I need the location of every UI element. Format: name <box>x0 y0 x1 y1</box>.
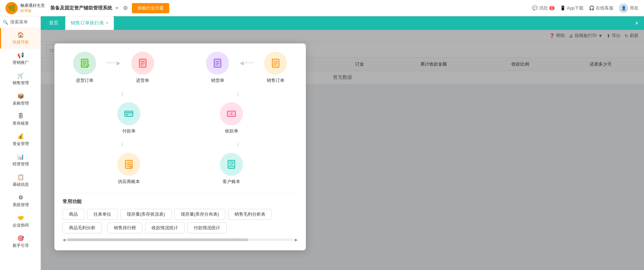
tab-sales-order[interactable]: 销售订单执行表 × <box>65 16 114 30</box>
page-content: ❓ 帮助 🖨 按模板打印 ▼ ⬆ 导出 ↻ 刷新 <box>41 30 644 270</box>
flow-item-purchase-bill[interactable]: 进货单 <box>121 52 165 84</box>
avatar: 👤 <box>619 3 628 13</box>
flow-row-2-arrows: ↓ ↓ <box>63 89 298 97</box>
message-icon: 💬 <box>532 5 538 11</box>
modal-box: 进货订单 ▶ <box>54 43 306 250</box>
flow-item-supplier-ledger[interactable]: 本 供应商账本 <box>107 153 151 185</box>
newbie-icon: 🎯 <box>17 235 24 241</box>
common-buttons: 商品往来单位现存量(库存状况表)现存量(库存分布表)销售毛利分析表商品毛利分析销… <box>63 209 298 233</box>
flow-row-3: 付款单 ¥ <box>63 102 298 134</box>
tab-bar-close-icon[interactable]: × <box>632 20 641 27</box>
svg-text:本: 本 <box>130 166 132 168</box>
purchase-icon: 📦 <box>17 93 24 99</box>
user-menu[interactable]: 👤 用友 <box>619 3 639 13</box>
flow-item-payment[interactable]: 付款单 <box>107 102 151 134</box>
sidebar-item-enterprise[interactable]: 🤝 企业协同 <box>0 211 40 232</box>
system-icon: ⚙ <box>18 194 23 201</box>
sidebar-item-system[interactable]: ⚙ 系统管理 <box>0 191 40 211</box>
sidebar-item-operations[interactable]: 📊 经营管理 <box>0 150 40 170</box>
message-badge: 6 <box>549 6 555 10</box>
common-section-title: 常用功能 <box>63 199 298 205</box>
sidebar-item-purchase[interactable]: 📦 采购管理 <box>0 89 40 110</box>
operations-icon: 📊 <box>17 154 24 160</box>
flow-item-sales-bill[interactable]: 销货单 <box>195 52 240 84</box>
system-title: 装备及固定资产辅助管理系统 ▼ <box>50 5 119 11</box>
online-service-button[interactable]: 🎧 在线客服 <box>589 5 613 11</box>
enterprise-icon: 🤝 <box>17 215 24 221</box>
common-func-button[interactable]: 销售排行榜 <box>107 222 142 233</box>
purchase-bill-circle <box>131 52 154 75</box>
sidebar-item-newbie[interactable]: 🎯 新手引导 <box>0 232 40 252</box>
flow-item-customer-ledger[interactable]: 客户账本 <box>209 153 254 185</box>
supplier-ledger-circle: 本 <box>117 153 140 176</box>
tab-home[interactable]: 首页 <box>43 16 64 30</box>
arrow-sales-order-to-bill: ◀ <box>240 60 254 66</box>
down-arrow-payment: ↓ <box>121 140 124 147</box>
svg-rect-20 <box>125 111 133 116</box>
receipt-circle: ¥ <box>220 102 243 125</box>
scrollbar-thumb <box>67 238 248 241</box>
sales-icon: 🛒 <box>17 72 24 79</box>
logo-icon: 🌿 <box>5 2 18 14</box>
scroll-left-icon[interactable]: ◀ <box>63 237 66 242</box>
flow-row-4-arrows: ↓ ↓ <box>63 140 298 147</box>
common-func-button[interactable]: 销售毛利分析表 <box>228 209 272 220</box>
finance-icon: 💰 <box>17 133 24 140</box>
search-icon: 🔍 <box>3 20 8 25</box>
logo-text: 畅康通好生意 标准版 <box>20 3 45 13</box>
sidebar: 🔍 搜索菜单 🏠 快捷导航 📢 营销推广 🛒 销售管理 📦 采购管理 🗄 <box>0 16 41 270</box>
sidebar-item-marketing[interactable]: 📢 营销推广 <box>0 49 40 69</box>
sidebar-item-sales[interactable]: 🛒 销售管理 <box>0 69 40 89</box>
down-arrow-receipt: ↓ <box>236 140 240 147</box>
online-service-icon: 🎧 <box>589 5 594 11</box>
common-func-button[interactable]: 往来单位 <box>87 209 118 220</box>
marketing-icon: 📢 <box>17 52 24 58</box>
sidebar-item-quick[interactable]: 🏠 快捷导航 <box>0 28 40 49</box>
payment-circle <box>117 102 140 125</box>
common-func-button[interactable]: 商品毛利分析 <box>63 222 102 233</box>
home-icon: 🏠 <box>17 32 24 38</box>
common-func-button[interactable]: 商品 <box>63 209 84 220</box>
common-section: 常用功能 商品往来单位现存量(库存状况表)现存量(库存分布表)销售毛利分析表商品… <box>63 193 298 233</box>
system-title-chevron-icon[interactable]: ▼ <box>115 6 119 11</box>
flow-item-receipt[interactable]: ¥ 收款单 <box>209 102 254 134</box>
tab-bar: 首页 销售订单执行表 × × <box>41 16 644 30</box>
scrollbar-track[interactable] <box>67 238 293 241</box>
tab-close-icon[interactable]: × <box>106 21 108 25</box>
search-menu-button[interactable]: 🔍 搜索菜单 <box>0 16 40 28</box>
common-func-button[interactable]: 现存量(库存状况表) <box>120 209 172 220</box>
sidebar-item-base[interactable]: 📋 基础信息 <box>0 170 40 191</box>
sidebar-item-inventory[interactable]: 🗄 库存核算 <box>0 110 40 130</box>
svg-rect-23 <box>126 114 128 115</box>
svg-text:¥: ¥ <box>230 112 232 116</box>
purchase-order-circle <box>73 52 96 75</box>
modal-scrollbar: ◀ ▶ <box>63 237 298 242</box>
trial-button[interactable]: 体验行业方案 <box>132 3 169 13</box>
customer-ledger-circle <box>220 153 243 176</box>
modal-overlay[interactable]: 进货订单 ▶ <box>41 30 644 270</box>
sales-order-circle <box>264 52 287 75</box>
down-arrow-purchase: ↓ <box>121 89 124 97</box>
inventory-icon: 🗄 <box>18 113 23 119</box>
flow-item-sales-order[interactable]: 销售订单 <box>254 52 298 84</box>
arrow-purchase-order-to-bill: ▶ <box>107 60 121 66</box>
sales-bill-circle <box>206 52 229 75</box>
common-func-button[interactable]: 收款情况统计 <box>145 222 185 233</box>
app-download-icon: 📱 <box>560 5 565 11</box>
content-area: 首页 销售订单执行表 × × ❓ 帮助 🖨 <box>41 16 644 270</box>
top-bar: 🌿 畅康通好生意 标准版 装备及固定资产辅助管理系统 ▼ ⚙ 体验行业方案 💬 … <box>0 0 644 16</box>
down-arrow-sales: ↓ <box>236 89 240 97</box>
common-func-button[interactable]: 现存量(库存分布表) <box>174 209 226 220</box>
common-func-button[interactable]: 付款情况统计 <box>187 222 227 233</box>
settings-icon[interactable]: ⚙ <box>123 5 128 11</box>
sidebar-item-finance[interactable]: 💰 资金管理 <box>0 130 40 150</box>
scroll-right-icon[interactable]: ▶ <box>295 237 298 242</box>
flow-item-purchase-order[interactable]: 进货订单 <box>63 52 107 84</box>
flow-section: 进货订单 ▶ <box>63 52 298 185</box>
message-button[interactable]: 💬 消息 6 <box>532 5 555 11</box>
flow-row-1: 进货订单 ▶ <box>63 52 298 84</box>
app-download-button[interactable]: 📱 App下载 <box>560 5 584 11</box>
top-right-area: 💬 消息 6 📱 App下载 🎧 在线客服 👤 用友 <box>532 3 639 13</box>
logo-area: 🌿 畅康通好生意 标准版 <box>5 2 46 14</box>
base-icon: 📋 <box>17 174 24 180</box>
